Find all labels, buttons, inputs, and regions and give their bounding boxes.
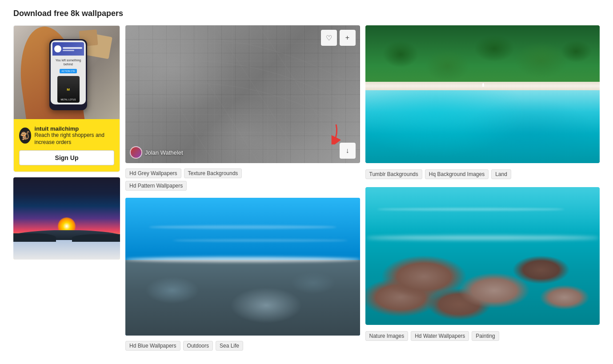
author-badge: Jolan Wathelet: [130, 146, 183, 159]
texture-image: [125, 25, 360, 163]
svg-rect-0: [125, 25, 360, 163]
tag-nature-images[interactable]: Nature Images: [365, 331, 409, 341]
tag-hq-bg[interactable]: Hq Background Images: [425, 169, 489, 179]
tag-sea-life[interactable]: Sea Life: [216, 341, 243, 351]
author-avatar: [130, 146, 142, 159]
add-button[interactable]: +: [340, 30, 356, 46]
coral-reef-image: [365, 187, 600, 325]
tag-hd-blue[interactable]: Hd Blue Wallpapers: [125, 341, 180, 351]
snow-ground: [13, 239, 120, 260]
texture-tags: Hd Grey Wallpapers Texture Backgrounds: [125, 168, 360, 178]
tag-texture-bg[interactable]: Texture Backgrounds: [184, 168, 242, 178]
mailchimp-header: 🐒 intuit mailchimp Reach the right shopp…: [19, 125, 114, 146]
download-button[interactable]: ↓: [340, 143, 356, 159]
tag-painting[interactable]: Painting: [472, 331, 499, 341]
beach-tags: Tumblr Backgrounds Hq Background Images …: [365, 169, 600, 179]
sunset-landscape: [13, 177, 120, 260]
ocean-tags: Hd Blue Wallpapers Outdoors Sea Life: [125, 341, 360, 351]
tag-land[interactable]: Land: [491, 169, 511, 179]
main-grid: Ad: [13, 25, 600, 351]
sunset-image: [13, 177, 120, 260]
tag-hd-pattern[interactable]: Hd Pattern Wallpapers: [125, 181, 187, 191]
left-column: Ad: [13, 25, 120, 260]
tag-hd-grey[interactable]: Hd Grey Wallpapers: [125, 168, 181, 178]
ad-image: You left something behind ACTION CTA M M…: [14, 26, 120, 119]
card-actions: ♡ +: [321, 30, 356, 46]
texture-image-card[interactable]: ♡ + Jolan Wathelet ↓: [125, 25, 360, 163]
mailchimp-logo: 🐒: [19, 128, 31, 144]
tag-hd-water[interactable]: Hd Water Wallpapers: [411, 331, 469, 341]
aerial-beach-image: [365, 25, 600, 163]
ocean-blue-card[interactable]: [125, 198, 360, 336]
tag-tumblr[interactable]: Tumblr Backgrounds: [365, 169, 422, 179]
aerial-beach-card[interactable]: [365, 25, 600, 163]
mailchimp-signup-button[interactable]: Sign Up: [19, 150, 114, 165]
page-title: Download free 8k wallpapers: [13, 9, 600, 18]
texture-tags-2: Hd Pattern Wallpapers: [125, 181, 360, 191]
ocean-blue-image: [125, 198, 360, 336]
mailchimp-block: 🐒 intuit mailchimp Reach the right shopp…: [14, 119, 120, 172]
like-button[interactable]: ♡: [321, 30, 337, 46]
ad-block: Ad: [13, 25, 120, 172]
tag-outdoors[interactable]: Outdoors: [183, 341, 213, 351]
author-name: Jolan Wathelet: [145, 149, 183, 156]
reef-tags: Nature Images Hd Water Wallpapers Painti…: [365, 331, 600, 341]
middle-column: ♡ + Jolan Wathelet ↓: [125, 25, 360, 351]
right-column: Tumblr Backgrounds Hq Background Images …: [365, 25, 600, 341]
mailchimp-tagline: Reach the right shoppers and increase or…: [35, 132, 114, 146]
coral-reef-card[interactable]: [365, 187, 600, 325]
